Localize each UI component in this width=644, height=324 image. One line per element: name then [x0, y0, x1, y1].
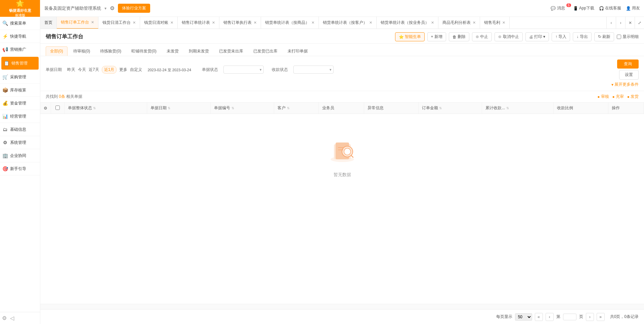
sidebar-item-quicknav[interactable]: ⚡ 快捷导航: [0, 30, 40, 43]
tab-close-3[interactable]: ✕: [170, 21, 173, 25]
sidebar-item-marketing[interactable]: 📢 营销推广: [0, 43, 40, 56]
tab-1[interactable]: 销售订单工作台✕: [57, 17, 98, 29]
tab-4[interactable]: 销售订单统计表✕: [178, 17, 219, 29]
subtab-5[interactable]: 到期未发货: [184, 46, 213, 56]
subtab-8[interactable]: 未打印单据: [283, 46, 312, 56]
tab-8[interactable]: 销货单统计表（按业务员）✕: [377, 17, 438, 29]
add-btn[interactable]: + 新增: [427, 32, 446, 41]
subtab-2[interactable]: 待拣验货(0): [96, 46, 126, 56]
tab-close-5[interactable]: ✕: [254, 21, 257, 25]
export-btn[interactable]: ↓ 导出: [573, 32, 591, 41]
sort-collected-icon[interactable]: ⇅: [506, 106, 509, 110]
import-btn[interactable]: ↑ 导入: [552, 32, 570, 41]
print-btn[interactable]: 🖨 打印 ▾: [525, 32, 549, 41]
audit-btn[interactable]: ● 审核: [597, 94, 609, 99]
message-btn[interactable]: 💬 6 消息: [551, 5, 568, 11]
subtab-0[interactable]: 全部(0): [46, 46, 68, 56]
tab-close-7[interactable]: ✕: [369, 21, 372, 25]
page-size-select[interactable]: 50 100 200: [515, 313, 532, 321]
tab-close-6[interactable]: ✕: [311, 21, 314, 25]
sidebar-item-operations[interactable]: 📊 经营管理: [0, 110, 40, 123]
collapse-icon[interactable]: ◁: [10, 315, 14, 321]
app-download-btn[interactable]: 📱 App下载: [573, 5, 594, 11]
date-opt-more[interactable]: 更多: [119, 67, 127, 73]
status-filter-label: 单据状态: [202, 67, 218, 73]
tab-close-2[interactable]: ✕: [133, 21, 136, 25]
payment-select[interactable]: [293, 66, 334, 74]
sidebar-item-finance[interactable]: 💰 资金管理: [0, 97, 40, 110]
date-opt-custom[interactable]: 自定义: [130, 67, 142, 73]
first-page-btn[interactable]: «: [535, 313, 543, 321]
tab-close-10[interactable]: ✕: [502, 21, 505, 25]
sort-date-icon[interactable]: ⇅: [168, 106, 170, 110]
subtab-7[interactable]: 已发货已出库: [249, 46, 282, 56]
industry-btn[interactable]: 体验行业方案: [118, 4, 150, 13]
tab-7[interactable]: 销货单统计表（按客户）✕: [319, 17, 377, 29]
tab-2[interactable]: 钱货日清工作台✕: [98, 17, 140, 29]
expand-conditions-btn[interactable]: ▾ 展开更多条件: [611, 82, 639, 87]
refresh-btn[interactable]: ↻ 刷新: [594, 32, 614, 41]
show-detail-label[interactable]: 显示明细: [617, 34, 639, 40]
date-opt-1month[interactable]: 近1月: [102, 66, 117, 74]
user-btn[interactable]: 👤 用友: [626, 5, 640, 11]
tab-0[interactable]: 首页: [40, 17, 57, 29]
prev-page-btn[interactable]: ‹: [546, 313, 554, 321]
sidebar-item-basic[interactable]: 🗂 基础信息: [0, 123, 40, 136]
stop-btn[interactable]: ⊙ 中止: [472, 32, 492, 41]
tab-close-4[interactable]: ✕: [212, 21, 215, 25]
delete-btn[interactable]: 🗑 删除: [449, 32, 469, 41]
tab-10[interactable]: 销售毛利✕: [480, 17, 510, 29]
date-opt-yesterday[interactable]: 昨天: [67, 67, 75, 73]
sidebar-item-enterprise[interactable]: 🏢 企业协同: [0, 149, 40, 162]
sidebar-item-search[interactable]: 🔍 搜索菜单: [0, 17, 40, 30]
sidebar-item-purchase[interactable]: 🛒 采购管理: [0, 71, 40, 84]
cancel-stop-btn[interactable]: ⊙ 取消中止: [495, 32, 522, 41]
sort-customer-icon[interactable]: ⇅: [287, 106, 290, 110]
svg-point-4: [344, 148, 351, 155]
sort-amount-icon[interactable]: ⇅: [439, 106, 442, 110]
tab-close-9[interactable]: ✕: [473, 21, 476, 25]
settings-icon[interactable]: ⚙: [2, 315, 7, 321]
tab-prev-btn[interactable]: ‹: [606, 17, 616, 29]
gear-icon[interactable]: ⚙: [110, 5, 115, 11]
date-opt-7days[interactable]: 近7天: [89, 67, 99, 73]
settings-col-icon[interactable]: ⚙: [44, 106, 47, 111]
sidebar-item-inventory[interactable]: 📦 库存核算: [0, 84, 40, 97]
next-page-btn[interactable]: ›: [586, 313, 594, 321]
tab-9[interactable]: 商品毛利分析表✕: [438, 17, 480, 29]
tab-next-btn[interactable]: ›: [616, 17, 625, 29]
operations-icon: 📊: [2, 113, 8, 119]
subtab-1[interactable]: 待审核(0): [69, 46, 95, 56]
subtab-6[interactable]: 已发货未出库: [215, 46, 248, 56]
unaudit-btn[interactable]: ● 充审: [612, 94, 624, 99]
subtab-4[interactable]: 未发货: [162, 46, 183, 56]
tab-close-1[interactable]: ✕: [91, 20, 94, 25]
sort-status-icon[interactable]: ⇅: [93, 106, 96, 110]
last-page-btn[interactable]: »: [597, 313, 605, 321]
ship-btn[interactable]: ● 发货: [627, 94, 639, 99]
query-btn[interactable]: 查询: [617, 59, 639, 69]
show-detail-checkbox[interactable]: [617, 35, 621, 39]
page-number-input[interactable]: 1: [563, 314, 576, 320]
set-btn[interactable]: 设置: [619, 70, 639, 80]
dropdown-arrow-icon[interactable]: ▾: [104, 6, 106, 11]
status-select[interactable]: [223, 66, 264, 74]
smart-generate-btn[interactable]: ⭐ 智能生单: [395, 32, 425, 41]
tab-5[interactable]: 销售订单执行表✕: [219, 17, 261, 29]
horizontal-scrollbar[interactable]: [40, 304, 644, 309]
select-all-checkbox[interactable]: [55, 106, 60, 110]
tab-3[interactable]: 钱货日清对账✕: [140, 17, 178, 29]
th-checkbox[interactable]: [51, 103, 65, 114]
sidebar-item-system[interactable]: ⚙ 系统管理: [0, 136, 40, 149]
date-opt-today[interactable]: 今天: [78, 67, 86, 73]
tab-6[interactable]: 销货单统计表（按商品）✕: [261, 17, 319, 29]
tab-maximize-btn[interactable]: ⤢: [635, 17, 644, 29]
subtab-3[interactable]: 旺铺待发货(0): [127, 46, 161, 56]
sidebar-item-guide[interactable]: 🎯 新手引导: [0, 162, 40, 175]
tab-close-btn[interactable]: ✕: [625, 17, 635, 29]
tab-close-8[interactable]: ✕: [431, 21, 434, 25]
sidebar-item-sales[interactable]: 📋 销售管理: [1, 57, 39, 70]
sort-number-icon[interactable]: ⇅: [231, 106, 234, 110]
online-service-btn[interactable]: 🎧 在线客服: [599, 5, 621, 11]
th-settings[interactable]: ⚙: [40, 103, 51, 114]
